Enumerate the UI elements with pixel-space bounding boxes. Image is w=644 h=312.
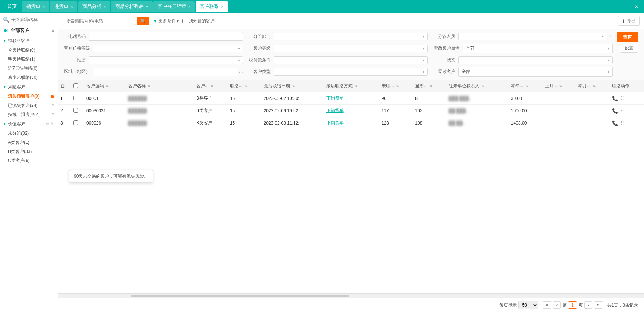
- more-action-icon[interactable]: ⠿: [620, 96, 624, 101]
- more-action-icon[interactable]: ⠿: [620, 108, 624, 114]
- close-tab-customer-contact-icon[interactable]: ×: [221, 4, 223, 9]
- sidebar-item-7day-contact[interactable]: 近7天待联络(0): [0, 64, 58, 73]
- row-checkbox[interactable]: [73, 96, 78, 100]
- filter-phone-input[interactable]: [89, 32, 243, 41]
- sidebar-collapse-icon[interactable]: «: [52, 28, 54, 33]
- sidebar-item-overdue-contact[interactable]: 逾期未联络(30): [0, 73, 58, 82]
- sidebar-all-customers[interactable]: ⊞ 全部客户 «: [0, 25, 58, 36]
- nature-chevron-icon: ▾: [238, 58, 240, 62]
- sidebar-search-input[interactable]: [11, 17, 55, 22]
- window-close-button[interactable]: ×: [632, 3, 641, 10]
- close-tab-analysis-list-icon[interactable]: ×: [146, 4, 148, 9]
- refresh-icon[interactable]: ↺: [45, 122, 49, 127]
- page-size-select[interactable]: 50 100 200: [518, 301, 538, 309]
- region-more-icon[interactable]: ···: [239, 69, 243, 75]
- page-info: 共1页，3条记录: [607, 302, 638, 308]
- row-contact: 15: [228, 117, 262, 129]
- tab-customer-contact[interactable]: 客户联系 ×: [196, 1, 228, 12]
- tab-home[interactable]: 首页: [3, 1, 21, 12]
- last-page-button[interactable]: »: [594, 301, 603, 309]
- sort-icon-last-month: ⇅: [559, 84, 562, 88]
- next-page-button[interactable]: ›: [584, 301, 592, 309]
- contact-action-icon[interactable]: 📞: [612, 120, 618, 126]
- row-last-way[interactable]: 下销货单: [324, 117, 379, 129]
- sidebar-item-tomorrow-contact[interactable]: 明天待联络(1): [0, 55, 58, 64]
- sidebar-item-b-class[interactable]: B类客户(33): [0, 147, 58, 156]
- row-checkbox[interactable]: [73, 108, 78, 113]
- price-level-chevron-icon: ▾: [238, 46, 240, 50]
- filter-manager-select[interactable]: ▾: [458, 33, 607, 40]
- col-this-month: 本月... ⇅: [576, 80, 610, 92]
- filter-nature-select[interactable]: ▾: [89, 56, 243, 64]
- manager-chevron-icon: ▾: [602, 35, 604, 39]
- close-tab-customer-tier-icon[interactable]: ×: [188, 4, 190, 9]
- export-icon: ⬆: [622, 19, 625, 24]
- filter-retail-customer-select[interactable]: 全部 ▾: [458, 67, 613, 77]
- filter-customer-level-select[interactable]: ▾: [274, 45, 428, 52]
- edit-icon[interactable]: ✎: [51, 122, 54, 127]
- sort-icon-code: ⇅: [106, 84, 109, 88]
- filter-region-input[interactable]: [93, 68, 237, 76]
- more-action-icon[interactable]: ⠿: [620, 120, 624, 126]
- filter-icon: ▼: [153, 19, 157, 24]
- sidebar-item-today-contact[interactable]: 今天待联络(0): [0, 46, 58, 55]
- horizontal-scrollbar[interactable]: [58, 293, 644, 298]
- filter-dept-select[interactable]: ▾: [274, 33, 428, 40]
- row-index: 1: [58, 92, 71, 105]
- query-button[interactable]: 查询: [617, 32, 638, 42]
- tab-analysis-list[interactable]: 商品分析列表 ×: [111, 1, 152, 12]
- close-tab-sales-icon[interactable]: ×: [43, 4, 45, 9]
- tooltip-box: 90天未交易的客户，可能有流失风险。: [69, 170, 153, 183]
- search-button[interactable]: 🔍: [137, 17, 149, 25]
- sidebar-group-risk[interactable]: ▼ 风险客户: [0, 82, 58, 92]
- filter-row-4: 区域（地区） ··· 客户类型 ▾ 零散客户: [64, 67, 613, 77]
- row-last-way[interactable]: 下销货单: [324, 105, 379, 117]
- row-this-month: [576, 117, 610, 129]
- contact-action-icon[interactable]: 📞: [612, 108, 618, 114]
- filter-payment-select[interactable]: ▾: [274, 56, 428, 64]
- contact-action-icon[interactable]: 📞: [612, 96, 618, 101]
- row-last-way[interactable]: 下销货单: [324, 92, 379, 105]
- filter-row-2: 客户价格等级 ▾ 客户等级 ▾: [64, 44, 613, 53]
- row-name: ██████: [126, 92, 194, 105]
- first-page-button[interactable]: «: [543, 301, 552, 309]
- row-checkbox[interactable]: [73, 120, 78, 125]
- col-type: 客户... ⇅: [194, 80, 228, 92]
- sidebar-item-churned[interactable]: 已流失客户(24) ?: [0, 101, 58, 110]
- col-unit-contact: 往来单位联系人 ⇅: [447, 80, 509, 92]
- filter-panel: 电话号码 分管部门 ▾ 分管人员: [58, 29, 644, 80]
- close-tab-purchase-icon[interactable]: ×: [71, 4, 73, 9]
- sidebar-item-churn-warning[interactable]: 流失预警客户(3): [0, 92, 58, 101]
- sidebar-item-declining[interactable]: 持续下滑客户(2) ?: [0, 110, 58, 119]
- more-filter-button[interactable]: ▼ 更多条件 ▾: [153, 18, 179, 24]
- tab-analysis[interactable]: 商品分析 ×: [78, 1, 110, 12]
- row-this-month: [576, 92, 610, 105]
- tab-customer-tier[interactable]: 客户分层经营 ×: [153, 1, 195, 12]
- sidebar-group-pending[interactable]: ▼ 待联络客户: [0, 36, 58, 46]
- sidebar-item-a-class[interactable]: A类客户(1): [0, 138, 58, 147]
- table-settings-gear-icon[interactable]: ⚙: [60, 83, 65, 89]
- retail-attr-chevron-icon: ▾: [608, 46, 609, 50]
- export-button[interactable]: ⬆ 导出: [618, 16, 640, 26]
- sidebar-item-c-class[interactable]: C类客户(6): [0, 156, 58, 165]
- tab-purchase[interactable]: 进货单 ×: [50, 1, 77, 12]
- tab-sales[interactable]: 销货单 ×: [22, 1, 49, 12]
- prev-page-button[interactable]: ‹: [553, 301, 561, 309]
- sidebar-item-ungrouped[interactable]: 未分组(32): [0, 129, 58, 138]
- filter-row-3: 性质 ▾ 收付款条件 ▾: [64, 56, 613, 64]
- filter-status-select[interactable]: ▾: [458, 56, 613, 64]
- manager-more-icon[interactable]: ···: [608, 33, 613, 39]
- question-icon: ?: [52, 104, 54, 108]
- filter-retail-attr-select[interactable]: 全部 ▾: [463, 44, 613, 53]
- select-all-checkbox[interactable]: [73, 83, 78, 88]
- sidebar-group-value[interactable]: ▼ 价值客户 ↺ ✎: [0, 119, 58, 129]
- settings-button[interactable]: 设置: [620, 44, 638, 53]
- close-tab-analysis-icon[interactable]: ×: [104, 4, 106, 9]
- search-input[interactable]: [66, 19, 132, 24]
- filter-customer-type-select[interactable]: ▾: [274, 68, 428, 76]
- retail-customer-chevron-icon: ▾: [608, 70, 609, 74]
- filter-price-level-select[interactable]: ▾: [93, 45, 243, 52]
- row-last-month: [543, 117, 576, 129]
- scroll-thumb[interactable]: [131, 295, 349, 297]
- my-customer-checkbox[interactable]: [182, 19, 187, 23]
